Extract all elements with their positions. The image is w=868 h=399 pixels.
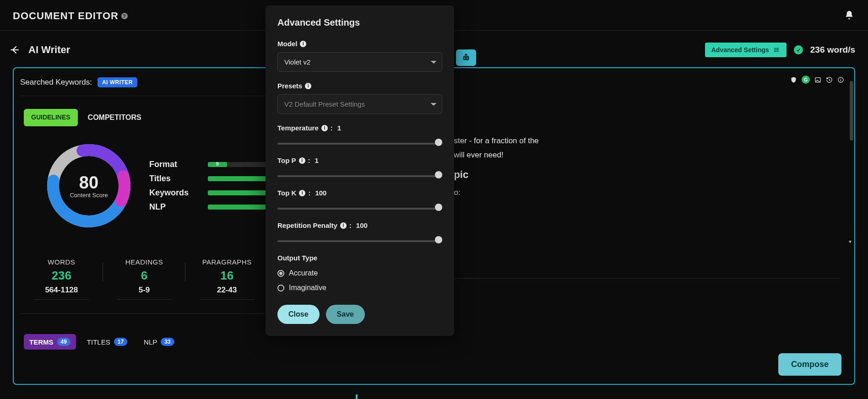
repetition-slider[interactable] <box>277 240 442 242</box>
chevron-down-icon[interactable]: ▾ <box>849 238 852 245</box>
content-score-donut: 80 Content Score <box>43 140 135 232</box>
svg-rect-21 <box>465 54 467 56</box>
top-k-group: Top K i :100 <box>277 189 442 211</box>
searched-keywords-row: Searched Keywords: AI WRITER <box>20 77 268 96</box>
history-icon[interactable] <box>826 76 833 83</box>
info-icon[interactable]: i <box>299 190 305 196</box>
svg-point-2 <box>774 51 776 52</box>
info-icon[interactable]: i <box>321 125 328 131</box>
ai-robot-chip[interactable] <box>456 49 476 66</box>
app-title-text: DOCUMENT EDITOR <box>13 10 119 22</box>
radio-accurate[interactable]: Accurate <box>277 269 442 277</box>
image2-icon[interactable] <box>814 76 821 83</box>
scrollbar-thumb[interactable] <box>850 81 853 140</box>
svg-rect-19 <box>841 78 841 78</box>
presets-select[interactable]: V2 Default Preset Settings <box>277 94 442 114</box>
bell-icon <box>844 10 854 20</box>
presets-group: Presetsi V2 Default Preset Settings <box>277 82 442 114</box>
keyword-chip[interactable]: AI WRITER <box>98 77 137 87</box>
guideline-tabs: GUIDELINES COMPETITORS <box>24 109 268 126</box>
help-icon[interactable]: ? <box>121 13 128 19</box>
stats-row: WORDS 236 564-1128 HEADINGS 6 5-9 PARAGR… <box>20 258 268 314</box>
svg-point-1 <box>777 48 779 49</box>
content-score-label: Content Score <box>70 192 108 199</box>
info-icon[interactable]: i <box>305 83 311 89</box>
metrics-list: Format 9 Titles Keywords NLP <box>149 160 267 212</box>
advanced-settings-label: Advanced Settings <box>711 46 769 54</box>
info-icon[interactable] <box>837 76 844 83</box>
app-title: DOCUMENT EDITOR ? <box>13 10 128 22</box>
advanced-settings-button[interactable]: Advanced Settings <box>705 43 787 57</box>
compose-button[interactable]: Compose <box>778 353 841 376</box>
metric-keywords: Keywords <box>149 188 267 198</box>
output-type-group: Output Type Accurate Imaginative <box>277 254 442 292</box>
metric-titles: Titles <box>149 174 267 183</box>
tab-titles[interactable]: TITLES 17 <box>81 334 133 350</box>
accent-tick <box>356 394 358 399</box>
temperature-slider[interactable] <box>277 143 442 145</box>
left-pane: Searched Keywords: AI WRITER GUIDELINES … <box>14 68 275 384</box>
svg-point-23 <box>467 58 468 59</box>
check-icon <box>796 47 801 53</box>
tab-nlp[interactable]: NLP 33 <box>138 334 180 350</box>
grammar-badge[interactable]: G <box>802 75 810 84</box>
page-title: AI Writer <box>28 44 70 56</box>
radio-icon <box>277 270 284 277</box>
repetition-group: Repetition Penalty i :100 <box>277 221 442 244</box>
temperature-group: Temperature i :1 <box>277 124 442 146</box>
radio-icon <box>277 285 284 291</box>
svg-rect-18 <box>841 79 841 81</box>
advanced-settings-modal: Advanced Settings Modeli Violet v2 Prese… <box>266 5 454 336</box>
top-k-slider[interactable] <box>277 208 442 210</box>
status-ok-badge <box>794 45 803 54</box>
shield-icon[interactable] <box>790 76 797 83</box>
score-area: 80 Content Score Format 9 Titles Keyword… <box>20 140 268 232</box>
info-icon[interactable]: i <box>299 157 305 164</box>
svg-point-22 <box>464 58 465 59</box>
stat-paragraphs: PARAGRAPHS 16 22-43 <box>185 258 268 300</box>
info-icon[interactable]: i <box>300 41 306 47</box>
back-arrow-icon[interactable] <box>9 44 20 55</box>
radio-imaginative[interactable]: Imaginative <box>277 284 442 292</box>
close-button[interactable]: Close <box>277 305 320 324</box>
info-icon[interactable]: i <box>340 222 347 229</box>
model-group: Modeli Violet v2 <box>277 40 442 72</box>
tab-terms[interactable]: TERMS 49 <box>24 334 76 350</box>
stat-words: WORDS 236 564-1128 <box>20 258 103 300</box>
model-select[interactable]: Violet v2 <box>277 52 442 72</box>
notifications-button[interactable] <box>844 10 854 22</box>
tab-competitors[interactable]: COMPETITORS <box>85 109 144 126</box>
robot-icon <box>461 53 471 63</box>
top-p-group: Top P i :1 <box>277 156 442 179</box>
stat-headings: HEADINGS 6 5-9 <box>103 258 186 300</box>
top-p-slider[interactable] <box>277 175 442 177</box>
svg-rect-20 <box>463 56 469 60</box>
modal-title: Advanced Settings <box>277 17 442 28</box>
sliders-icon <box>773 46 780 54</box>
tab-guidelines[interactable]: GUIDELINES <box>24 109 78 126</box>
words-per-second: 236 word/s <box>810 45 855 55</box>
metric-format: Format 9 <box>149 160 267 169</box>
save-button[interactable]: Save <box>326 305 365 324</box>
metric-nlp: NLP <box>149 202 267 212</box>
terms-tabs: TERMS 49 TITLES 17 NLP 33 <box>24 334 268 350</box>
searched-label: Searched Keywords: <box>20 78 92 87</box>
content-score-value: 80 <box>79 173 98 193</box>
